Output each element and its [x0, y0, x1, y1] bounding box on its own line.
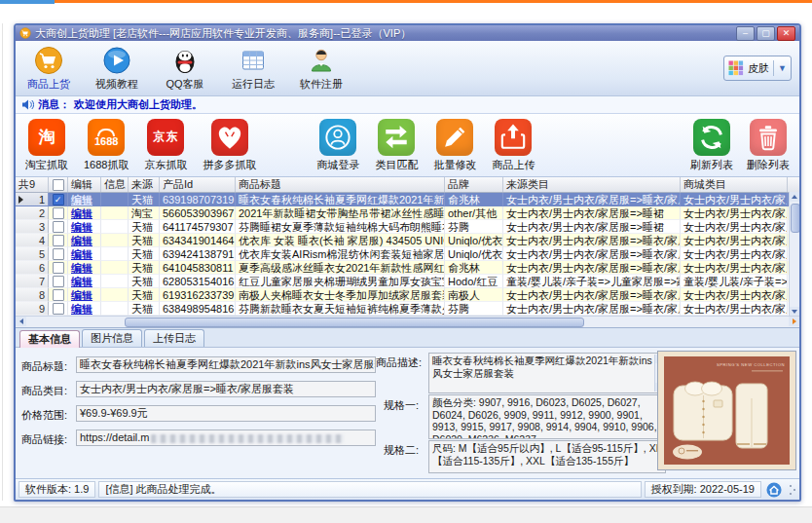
scroll-up-icon[interactable]	[790, 192, 799, 202]
spec2-field[interactable]: 尺码: M【适合95斤以内】, L【适合95-115斤】, XL【适合115-1…	[428, 440, 666, 473]
action-edit-pencil[interactable]: 批量修改	[433, 119, 476, 172]
edit-link[interactable]: 编辑	[71, 221, 92, 233]
row-checkbox[interactable]	[53, 262, 64, 274]
row-brand-cell: Uniqlo/优衣库	[445, 247, 503, 261]
row-info-cell	[101, 247, 129, 261]
product-link-field[interactable]: https://detail.m	[76, 430, 376, 446]
skin-grid-icon	[728, 60, 744, 76]
row-source-cell: 天猫	[129, 220, 160, 234]
tab-图片信息[interactable]: 图片信息	[82, 329, 142, 347]
close-button[interactable]: ✕	[777, 26, 795, 41]
product-title-field[interactable]: 睡衣女春秋纯棉长袖夏季网红爆款2021年新款ins风女士家居服套装	[76, 356, 376, 373]
row-checkbox[interactable]	[53, 235, 64, 246]
action-alibaba-1688[interactable]: 16881688抓取	[84, 119, 129, 172]
row-checkbox[interactable]	[53, 248, 64, 260]
toolbar-item-label: 软件注册	[300, 77, 343, 92]
table-row[interactable]: 5编辑天猫639424138791优衣库女装AIRism棉混纺休闲套装短袖家居 …	[16, 247, 799, 261]
row-title-cell: 芬腾新款睡衣女夏天短袖短裤纯棉夏季薄款少女宽松全棉家居服套装	[236, 302, 445, 316]
top-blue-progress	[0, 0, 55, 4]
edit-link[interactable]: 编辑	[71, 276, 92, 287]
version-cell: 软件版本: 1.9	[18, 481, 95, 498]
scroll-left-icon[interactable]	[16, 317, 26, 326]
skin-button-label: 皮肤	[748, 61, 769, 76]
row-checkbox[interactable]	[53, 289, 64, 301]
row-checkbox[interactable]	[53, 276, 64, 287]
row-title-cell: 南极人夹棉睡衣女士冬季加厚加绒家居服套装珊瑚绒保暖秋冬天可爱	[236, 288, 445, 302]
product-category-field[interactable]: 女士内衣/男士内衣/家居服=>睡衣/家居服套装	[76, 381, 376, 397]
table-row[interactable]: 6编辑天猫641045830811夏季高级感冰丝睡衣女2021年新款性感网红爆款…	[16, 261, 799, 275]
row-source-cell: 天猫	[129, 261, 160, 275]
row-checkbox[interactable]	[53, 303, 64, 315]
select-all-checkbox[interactable]	[53, 179, 64, 191]
message-bar: 消息： 欢迎使用大商创上货助理。	[16, 96, 799, 114]
resize-grip[interactable]	[789, 484, 796, 496]
toolbar-item-qq[interactable]: QQ客服	[160, 46, 210, 92]
tab-上传日志[interactable]: 上传日志	[144, 329, 204, 347]
toolbar-item-cart[interactable]: 商品上货	[23, 46, 74, 92]
edit-link[interactable]: 编辑	[71, 194, 92, 205]
toolbar-item-log-table[interactable]: 运行日志	[228, 46, 278, 92]
grid-header-row: 共9编辑信息来源产品Id商品标题品牌来源类目商城类目	[16, 177, 799, 193]
row-checkbox[interactable]	[53, 207, 64, 219]
row-number-cell: 7	[16, 275, 49, 288]
minimize-button[interactable]: –	[736, 26, 755, 41]
scroll-right-icon[interactable]	[789, 317, 799, 326]
row-checkbox[interactable]: ✓	[53, 194, 64, 205]
action-match-arrows[interactable]: 类目匹配	[375, 119, 418, 172]
action-item-label: 拼多多抓取	[203, 158, 256, 172]
product-link-visible-text: https://detail.m	[80, 431, 150, 443]
maximize-button[interactable]: ▢	[757, 26, 775, 41]
row-edit-cell: 编辑	[68, 275, 101, 288]
description-text: 睡衣女春秋纯棉长袖夏季网红爆款2021年新款ins风女士家居服套装	[432, 355, 652, 379]
toolbar-item-play[interactable]: 视频教程	[92, 46, 142, 92]
vertical-scroll-thumb[interactable]	[791, 204, 800, 233]
home-button[interactable]	[764, 481, 784, 498]
action-taobao[interactable]: 淘淘宝抓取	[25, 119, 68, 172]
tab-基本信息[interactable]: 基本信息	[19, 330, 80, 348]
match-arrows-icon	[378, 119, 415, 156]
table-row[interactable]: 2编辑淘宝5660539039672021年新款睡裙女带胸垫吊带裙冰丝性感睡袍睡…	[16, 206, 799, 220]
row-source-category-cell: 女士内衣/男士内衣/家居服=>睡衣/家居服套装	[503, 288, 681, 302]
description-field[interactable]: 睡衣女春秋纯棉长袖夏季网红爆款2021年新款ins风女士家居服套装	[428, 353, 666, 393]
table-row[interactable]: 7编辑天猫628053154016红豆儿童家居服夹棉珊瑚绒男童加厚女孩宝宝中大童…	[16, 275, 799, 288]
row-title-cell: 2021年新款睡裙女带胸垫吊带裙冰丝性感睡袍睡衣家居服套装春夏季	[236, 206, 445, 220]
edit-link[interactable]: 编辑	[71, 289, 92, 301]
table-row[interactable]: 4编辑天猫634341901464优衣库 女装 睡衣(长袖 家居服) 43450…	[16, 234, 799, 247]
spec1-field[interactable]: 颜色分类: 9907, 9916, D6023, D6025, D6027, D…	[428, 394, 666, 439]
trash-icon	[750, 119, 787, 156]
skin-button[interactable]: 皮肤 ▼	[723, 56, 792, 81]
action-trash[interactable]: 删除列表	[747, 119, 790, 172]
row-product-id-cell: 628053154016	[160, 275, 236, 288]
row-brand-cell: Uniqlo/优衣库	[445, 234, 503, 247]
price-range-field[interactable]: ¥69.9-¥69.9元	[76, 405, 376, 422]
table-row[interactable]: 3编辑天猫641174579307芬腾睡裙女夏季薄款短袖纯棉大码布朗熊睡衣女中长…	[16, 220, 799, 234]
edit-link[interactable]: 编辑	[71, 303, 92, 315]
action-jd[interactable]: 京东京东抓取	[144, 119, 187, 172]
row-checkbox[interactable]	[53, 221, 64, 233]
row-checkbox-cell	[49, 261, 68, 275]
grid-horizontal-scrollbar[interactable]	[16, 316, 799, 327]
edit-link[interactable]: 编辑	[71, 235, 92, 246]
action-refresh[interactable]: 刷新列表	[690, 119, 733, 172]
action-login-person[interactable]: 商城登录	[316, 119, 359, 172]
horizontal-scroll-thumb[interactable]	[125, 318, 584, 327]
row-source-cell: 天猫	[129, 193, 160, 206]
row-mall-category-cell: 女士内衣/男士内衣/家居服=>睡裙	[681, 220, 788, 234]
toolbar-item-register-user[interactable]: 软件注册	[296, 46, 347, 92]
action-upload[interactable]: 商品上传	[492, 119, 535, 172]
row-source-category-cell: 女士内衣/男士内衣/家居服=>睡衣/家居服套装	[503, 261, 681, 275]
edit-link[interactable]: 编辑	[71, 262, 92, 274]
row-title-cell: 睡衣女春秋纯棉长袖夏季网红爆款2021年新款ins风女士家居服套装	[236, 193, 445, 206]
grid-column-header: 产品Id	[160, 177, 236, 192]
grid-vertical-scrollbar[interactable]	[789, 192, 799, 317]
pdd-heart-icon	[211, 119, 248, 156]
table-row[interactable]: 9编辑天猫638498954816芬腾新款睡衣女夏天短袖短裤纯棉夏季薄款少女宽松…	[16, 302, 799, 316]
edit-link[interactable]: 编辑	[71, 248, 92, 260]
chevron-down-icon[interactable]: ▼	[773, 60, 787, 76]
edit-link[interactable]: 编辑	[71, 207, 92, 219]
action-pdd-heart[interactable]: 拼多多抓取	[203, 119, 256, 172]
grid-column-header: 来源	[129, 177, 160, 192]
table-row[interactable]: 1✓编辑天猫639198707319睡衣女春秋纯棉长袖夏季网红爆款2021年新款…	[16, 193, 799, 206]
row-checkbox-cell	[49, 247, 68, 261]
table-row[interactable]: 8编辑天猫619316233739南极人夹棉睡衣女士冬季加厚加绒家居服套装珊瑚绒…	[16, 288, 799, 302]
